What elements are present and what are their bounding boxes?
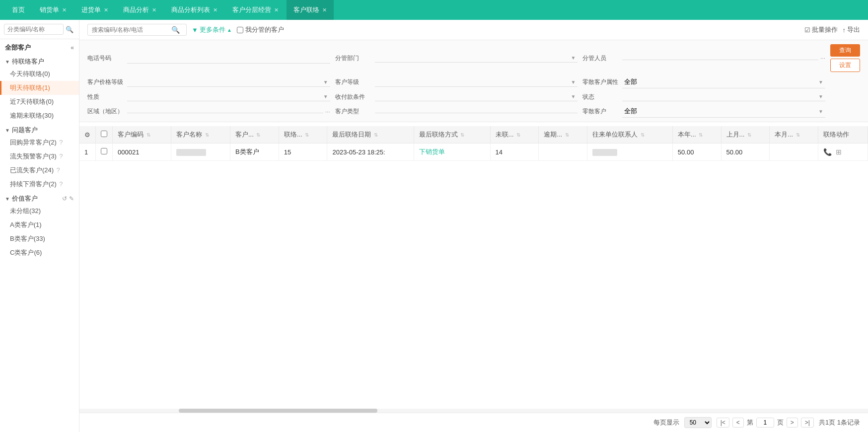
horizontal-scrollbar[interactable] <box>79 409 868 413</box>
search-input[interactable] <box>92 26 171 33</box>
more-conditions-btn[interactable]: ▼ 更多条件 ▲ <box>192 25 232 34</box>
help-icon: ? <box>59 180 63 188</box>
filter-row-1: 电话号码 分管部门 ▼ 分管人员 ··· <box>87 44 860 72</box>
sidebar-item-class-c[interactable]: C类客户(6) <box>0 246 79 260</box>
prev-page-btn[interactable]: < <box>732 418 744 428</box>
filter-status-select[interactable]: ▼ <box>622 92 825 101</box>
next-page-btn[interactable]: > <box>787 418 798 428</box>
sort-icon[interactable]: ⇅ <box>699 132 703 138</box>
nav-customer-segmentation[interactable]: 客户分层经营 ✕ <box>225 0 286 20</box>
filter-customer-level-select[interactable]: ▼ <box>375 78 578 87</box>
filter-payment-terms-select[interactable]: ▼ <box>375 92 578 101</box>
phone-icon[interactable]: 📞 <box>823 148 832 156</box>
filter-retail-attr-select[interactable]: 全部 ▼ <box>622 76 825 88</box>
contact-method-link[interactable]: 下销货单 <box>419 148 445 155</box>
sidebar-item-churned[interactable]: 已流失客户(24) ? <box>0 163 79 177</box>
sidebar-item-today[interactable]: 今天待联络(0) <box>0 67 79 81</box>
nav-customer-contact[interactable]: 客户联络 ✕ <box>287 0 334 20</box>
th-overdue: 逾期... ⇅ <box>539 126 587 144</box>
group-value-customers[interactable]: ▼ 价值客户 ↺ ✎ <box>0 191 79 204</box>
sidebar-search-icon[interactable]: 🔍 <box>66 26 73 33</box>
sidebar-item-overdue[interactable]: 逾期未联络(30) <box>0 109 79 123</box>
nav-sales-order[interactable]: 销货单 ✕ <box>33 0 73 20</box>
sidebar-search-input[interactable] <box>4 24 64 35</box>
td-checkbox[interactable] <box>96 144 113 161</box>
filter-retail-customer-select[interactable]: 全部 ▼ <box>622 105 825 118</box>
filter-branch-person-select[interactable] <box>622 57 818 60</box>
nav-product-analysis[interactable]: 商品分析 ✕ <box>116 0 163 20</box>
filter-region-label: 区域（地区） <box>87 107 127 116</box>
sort-icon[interactable]: ⇅ <box>516 132 520 138</box>
scrollbar-thumb[interactable] <box>179 409 377 413</box>
group-problem-customers[interactable]: ▼ 问题客户 <box>0 123 79 136</box>
close-icon[interactable]: ✕ <box>274 7 279 13</box>
settings-button[interactable]: 设置 <box>830 59 860 72</box>
sort-icon[interactable]: ⇅ <box>796 132 800 138</box>
sidebar-item-7days[interactable]: 近7天待联络(0) <box>0 95 79 109</box>
my-customers-toggle[interactable]: 我分管的客户 <box>237 25 284 34</box>
sidebar-item-churn-warning[interactable]: 流失预警客户(3) ? <box>0 149 79 163</box>
sort-icon[interactable]: ⇅ <box>641 132 645 138</box>
sort-icon[interactable]: ⇅ <box>374 132 378 138</box>
th-checkbox[interactable] <box>96 126 113 144</box>
filter-branch-dept-select[interactable]: ▼ <box>375 54 578 63</box>
sidebar-item-class-a[interactable]: A类客户(1) <box>0 218 79 232</box>
action-icons-container: 📞 ⊞ <box>823 148 863 156</box>
nav-home[interactable]: 首页 <box>5 0 32 20</box>
nav-product-analysis-list[interactable]: 商品分析列表 ✕ <box>164 0 224 20</box>
query-button[interactable]: 查询 <box>830 44 860 57</box>
sidebar-item-abnormal-purchase[interactable]: 回购异常客户(2) ? <box>0 136 79 149</box>
sort-icon[interactable]: ⇅ <box>747 132 751 138</box>
td-customer-name <box>171 144 230 161</box>
filter-phone-input[interactable] <box>127 53 330 64</box>
sort-icon[interactable]: ⇅ <box>565 132 569 138</box>
sort-icon[interactable]: ⇅ <box>146 132 150 138</box>
sidebar-item-class-b[interactable]: B类客户(33) <box>0 232 79 246</box>
batch-operation-btn[interactable]: ☑ 批量操作 <box>804 25 838 34</box>
th-year-amount: 本年... ⇅ <box>672 126 721 144</box>
th-settings[interactable]: ⚙ <box>79 126 96 144</box>
ellipsis-icon[interactable]: ··· <box>325 108 330 115</box>
filter-gender-select[interactable]: ▼ <box>127 92 330 101</box>
search-icon[interactable]: 🔍 <box>171 26 180 34</box>
refresh-icon[interactable]: ↺ <box>62 195 67 202</box>
close-icon[interactable]: ✕ <box>152 7 156 13</box>
last-page-btn[interactable]: >| <box>801 418 814 428</box>
sort-icon[interactable]: ⇅ <box>256 132 260 138</box>
nav-purchase-order[interactable]: 进货单 ✕ <box>74 0 115 20</box>
help-icon: ? <box>56 166 60 174</box>
row-checkbox[interactable] <box>101 148 107 154</box>
close-icon[interactable]: ✕ <box>213 7 217 13</box>
my-customers-checkbox[interactable] <box>237 27 243 33</box>
td-last-contact-method[interactable]: 下销货单 <box>414 144 490 161</box>
sort-icon[interactable]: ⇅ <box>460 132 464 138</box>
close-icon[interactable]: ✕ <box>322 7 327 13</box>
close-icon[interactable]: ✕ <box>62 7 67 13</box>
ellipsis-icon[interactable]: ··· <box>820 55 825 62</box>
per-page-label: 每页显示 <box>653 418 679 427</box>
select-all-checkbox[interactable] <box>101 131 107 137</box>
td-overdue <box>539 144 587 161</box>
close-icon[interactable]: ✕ <box>104 7 108 13</box>
export-btn[interactable]: ↑ 导出 <box>843 25 861 34</box>
sort-icon[interactable]: ⇅ <box>205 132 209 138</box>
table-header-row: ⚙ 客户编码 ⇅ 客户名称 ⇅ 客户... ⇅ <box>79 126 868 144</box>
grid-icon[interactable]: ⊞ <box>836 148 842 156</box>
edit-icon[interactable]: ✎ <box>69 195 74 202</box>
first-page-btn[interactable]: |< <box>717 418 729 428</box>
group-pending-contact[interactable]: ▼ 待联络客户 <box>0 54 79 67</box>
filter-price-level-select[interactable]: ▼ <box>127 78 330 87</box>
sort-icon[interactable]: ⇅ <box>305 132 309 138</box>
sidebar-search-area: 🔍 <box>0 20 79 39</box>
sidebar-item-tomorrow[interactable]: 明天待联络(1) <box>0 81 79 95</box>
sidebar-item-declining[interactable]: 持续下滑客户(2) ? <box>0 177 79 191</box>
table-row: 1 000021 B类客户 15 2023-05-23 18:25: 下销货单 … <box>79 144 868 161</box>
collapse-icon[interactable]: « <box>71 44 74 51</box>
filter-price-level-label: 客户价格等级 <box>87 78 127 86</box>
per-page-select[interactable]: 50 100 200 <box>684 417 712 428</box>
sidebar-item-ungrouped[interactable]: 未分组(32) <box>0 204 79 218</box>
page-number-input[interactable] <box>756 418 774 428</box>
filter-price-level: 客户价格等级 ▼ <box>87 78 330 87</box>
filter-region-select[interactable] <box>127 110 323 113</box>
filter-customer-type-select[interactable] <box>375 110 578 113</box>
